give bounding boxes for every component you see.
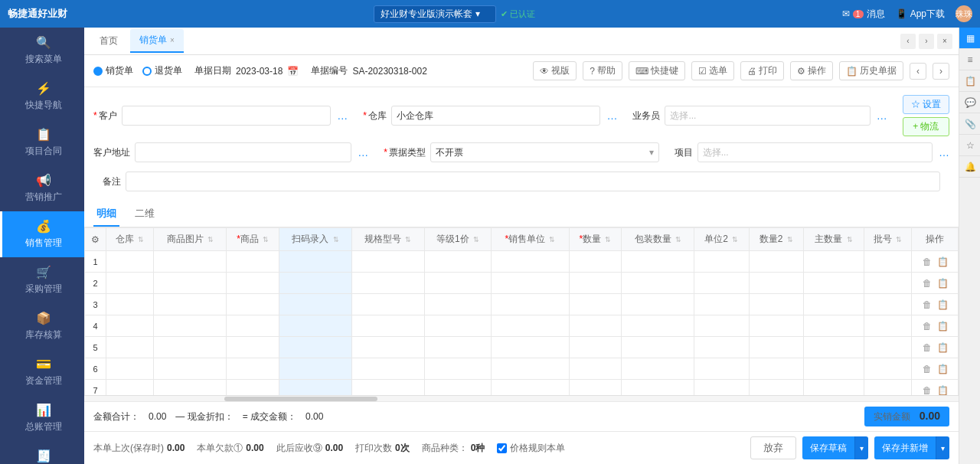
table-cell[interactable] (154, 251, 227, 273)
tab-detail[interactable]: 明细 (93, 202, 119, 227)
delete-row-icon[interactable]: 🗑 (921, 256, 933, 268)
sidebar-item-capital[interactable]: 💳 资金管理 (0, 349, 84, 395)
shortcut-button[interactable]: ⌨ 快捷键 (629, 61, 685, 80)
sidebar-item-sales[interactable]: 💰 销售管理 (0, 211, 84, 257)
price-rule-checkbox[interactable]: 价格规则本单 (497, 442, 565, 455)
table-cell[interactable] (864, 358, 911, 380)
table-cell[interactable] (351, 273, 424, 294)
table-cell[interactable] (492, 315, 569, 337)
table-cell[interactable] (492, 358, 569, 380)
table-cell[interactable] (424, 337, 492, 358)
rt-btn-5[interactable]: 📎 (959, 113, 980, 135)
table-cell[interactable] (154, 337, 227, 358)
user-button[interactable]: 珠珠 (956, 5, 972, 22)
table-cell[interactable] (694, 337, 749, 358)
delete-row-icon[interactable]: 🗑 (921, 384, 933, 396)
table-cell[interactable] (424, 315, 492, 337)
table-cell[interactable] (569, 337, 622, 358)
table-cell[interactable] (154, 294, 227, 315)
col-settings[interactable]: ⚙ (85, 228, 106, 251)
table-cell[interactable] (279, 251, 352, 273)
message-button[interactable]: ✉ 1 消息 (842, 8, 885, 21)
warehouse-input[interactable] (391, 106, 601, 126)
tab-close-icon[interactable]: × (170, 36, 175, 44)
radio-sales[interactable]: 销货单 (93, 64, 133, 77)
table-cell[interactable] (492, 380, 569, 396)
radio-return[interactable]: 退货单 (142, 64, 182, 77)
table-cell[interactable] (694, 294, 749, 315)
table-cell[interactable] (351, 358, 424, 380)
table-cell[interactable] (864, 273, 911, 294)
table-cell[interactable] (492, 251, 569, 273)
invoice-type-select[interactable]: 不开票 ▾ (430, 142, 659, 162)
salesperson-input[interactable] (665, 106, 870, 126)
table-cell[interactable] (154, 358, 227, 380)
next-record-button[interactable]: › (933, 63, 949, 80)
table-cell[interactable] (622, 358, 694, 380)
rt-btn-7[interactable]: 🔔 (959, 156, 980, 178)
table-cell[interactable] (569, 273, 622, 294)
delete-row-icon[interactable]: 🗑 (921, 277, 933, 289)
table-cell[interactable] (279, 337, 352, 358)
table-cell[interactable] (569, 380, 622, 396)
copy-row-icon[interactable]: 📋 (936, 341, 949, 354)
table-cell[interactable] (227, 337, 279, 358)
table-cell[interactable] (804, 315, 864, 337)
table-cell[interactable] (694, 380, 749, 396)
help-button[interactable]: ? 帮助 (583, 61, 622, 80)
table-cell[interactable] (569, 358, 622, 380)
table-cell[interactable] (492, 337, 569, 358)
table-cell[interactable] (694, 358, 749, 380)
sidebar-item-inventory[interactable]: 📦 库存核算 (0, 303, 84, 349)
print-button[interactable]: 🖨 打印 (740, 61, 784, 80)
rt-btn-6[interactable]: ☆ (959, 135, 980, 156)
table-cell[interactable] (749, 380, 803, 396)
save-new-dropdown[interactable]: ▾ (936, 436, 949, 459)
table-cell[interactable] (622, 315, 694, 337)
delete-row-icon[interactable]: 🗑 (921, 299, 933, 311)
table-cell[interactable] (351, 380, 424, 396)
table-cell[interactable] (279, 358, 352, 380)
table-row[interactable]: 2🗑📋 (85, 273, 959, 294)
table-cell[interactable] (492, 294, 569, 315)
rt-list-view[interactable]: ≡ (959, 49, 980, 70)
table-row[interactable]: 6🗑📋 (85, 358, 959, 380)
table-cell[interactable] (622, 294, 694, 315)
table-cell[interactable] (106, 315, 154, 337)
project-input[interactable] (697, 142, 933, 162)
table-cell[interactable] (279, 294, 352, 315)
discard-button[interactable]: 放弃 (750, 436, 796, 459)
sidebar-item-search[interactable]: 🔍 搜索菜单 (0, 28, 84, 74)
warehouse-select-icon[interactable]: … (606, 109, 617, 122)
table-cell[interactable] (749, 337, 803, 358)
table-cell[interactable] (154, 273, 227, 294)
table-cell[interactable] (106, 380, 154, 396)
table-cell[interactable] (569, 315, 622, 337)
table-cell[interactable] (227, 273, 279, 294)
rt-btn-4[interactable]: 💬 (959, 92, 980, 113)
table-row[interactable]: 3🗑📋 (85, 294, 959, 315)
table-cell[interactable] (749, 251, 803, 273)
horizontal-scrollbar[interactable] (84, 395, 959, 401)
sidebar-item-quick-nav[interactable]: ⚡ 快捷导航 (0, 74, 84, 119)
tab-close-button[interactable]: × (937, 34, 952, 49)
table-cell[interactable] (227, 380, 279, 396)
table-row[interactable]: 1🗑📋 (85, 251, 959, 273)
rt-table-view[interactable]: ▦ (959, 28, 980, 49)
table-cell[interactable] (424, 251, 492, 273)
table-cell[interactable] (351, 251, 424, 273)
table-cell[interactable] (804, 380, 864, 396)
table-cell[interactable] (749, 273, 803, 294)
table-cell[interactable] (622, 337, 694, 358)
calendar-icon[interactable]: 📅 (287, 66, 299, 77)
sidebar-item-invoice[interactable]: 🧾 发票管理 (0, 441, 84, 464)
salesperson-select-icon[interactable]: … (877, 109, 887, 122)
table-cell[interactable] (154, 380, 227, 396)
save-draft-button[interactable]: 保存草稿 (802, 436, 854, 459)
copy-row-icon[interactable]: 📋 (936, 299, 949, 311)
table-cell[interactable] (424, 358, 492, 380)
table-cell[interactable] (864, 315, 911, 337)
table-cell[interactable] (864, 337, 911, 358)
table-cell[interactable] (279, 273, 352, 294)
table-cell[interactable] (749, 294, 803, 315)
